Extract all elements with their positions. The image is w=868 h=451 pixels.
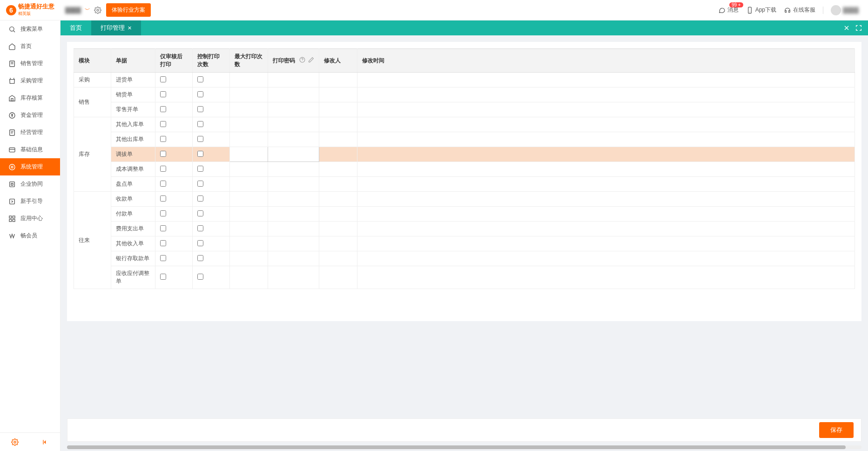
table-row[interactable]: 付款单 bbox=[74, 207, 855, 222]
messages-link[interactable]: 消息 99 + bbox=[718, 6, 739, 14]
edit-icon[interactable] bbox=[308, 57, 314, 64]
close-icon[interactable]: ✕ bbox=[128, 25, 132, 31]
cell-password[interactable] bbox=[268, 147, 319, 162]
checkbox[interactable] bbox=[160, 240, 166, 246]
checkbox[interactable] bbox=[160, 106, 166, 112]
cell-max-times[interactable] bbox=[230, 73, 268, 88]
table-row[interactable]: 销售销货单 bbox=[74, 88, 855, 102]
cell-max-times[interactable] bbox=[230, 266, 268, 289]
checkbox[interactable] bbox=[197, 181, 203, 187]
settings-icon[interactable] bbox=[11, 438, 19, 446]
sidebar-item-search-menu[interactable]: 搜索菜单 bbox=[0, 20, 60, 38]
sidebar-item-basic[interactable]: 基础信息 bbox=[0, 141, 60, 158]
checkbox[interactable] bbox=[197, 274, 203, 280]
checkbox[interactable] bbox=[160, 255, 166, 261]
checkbox[interactable] bbox=[160, 136, 166, 142]
app-download-link[interactable]: App下载 bbox=[746, 6, 776, 14]
checkbox[interactable] bbox=[160, 121, 166, 127]
cell-max-times[interactable] bbox=[230, 222, 268, 236]
checkbox[interactable] bbox=[197, 76, 203, 82]
table-row[interactable]: 盘点单 bbox=[74, 177, 855, 192]
cell-max-times[interactable] bbox=[230, 207, 268, 222]
cell-max-times[interactable] bbox=[230, 236, 268, 251]
cell-password[interactable] bbox=[268, 207, 319, 222]
sidebar-item-guide[interactable]: 新手引导 bbox=[0, 193, 60, 210]
online-service-link[interactable]: 在线客服 bbox=[784, 6, 815, 14]
cell-password[interactable] bbox=[268, 73, 319, 88]
checkbox[interactable] bbox=[197, 255, 203, 261]
table-row[interactable]: 成本调整单 bbox=[74, 162, 855, 177]
sidebar-item-purchase[interactable]: 采购管理 bbox=[0, 72, 60, 89]
checkbox[interactable] bbox=[160, 76, 166, 82]
gear-icon[interactable] bbox=[94, 7, 101, 14]
checkbox[interactable] bbox=[197, 136, 203, 142]
industry-solution-button[interactable]: 体验行业方案 bbox=[106, 3, 151, 17]
cell-password[interactable] bbox=[268, 192, 319, 207]
table-row[interactable]: 往来收款单 bbox=[74, 192, 855, 207]
cell-max-times[interactable] bbox=[230, 102, 268, 117]
table-row[interactable]: 费用支出单 bbox=[74, 222, 855, 236]
sidebar-item-home[interactable]: 首页 bbox=[0, 38, 60, 55]
checkbox[interactable] bbox=[197, 121, 203, 127]
help-icon[interactable] bbox=[299, 57, 305, 64]
checkbox[interactable] bbox=[160, 166, 166, 172]
cell-max-times[interactable] bbox=[230, 132, 268, 147]
cell-password[interactable] bbox=[268, 266, 319, 289]
collapse-icon[interactable] bbox=[41, 438, 49, 446]
sidebar-item-enterprise[interactable]: 企业协同 bbox=[0, 175, 60, 193]
cell-password[interactable] bbox=[268, 117, 319, 132]
fullscreen-icon[interactable] bbox=[855, 24, 862, 32]
sidebar-item-operation[interactable]: 经营管理 bbox=[0, 124, 60, 141]
cell-max-times[interactable] bbox=[230, 88, 268, 102]
checkbox[interactable] bbox=[160, 210, 166, 216]
table-row[interactable]: 采购进货单 bbox=[74, 73, 855, 88]
sidebar-item-inventory[interactable]: 库存核算 bbox=[0, 89, 60, 107]
cell-max-times[interactable] bbox=[230, 177, 268, 192]
tab-print-manage[interactable]: 打印管理✕ bbox=[91, 20, 141, 35]
close-all-tabs-icon[interactable] bbox=[843, 24, 850, 32]
checkbox[interactable] bbox=[160, 181, 166, 187]
table-row[interactable]: 银行存取款单 bbox=[74, 251, 855, 266]
sidebar-item-system[interactable]: 系统管理 bbox=[0, 158, 60, 175]
cell-password[interactable] bbox=[268, 236, 319, 251]
checkbox[interactable] bbox=[160, 151, 166, 157]
checkbox[interactable] bbox=[160, 91, 166, 97]
cell-max-times[interactable] bbox=[230, 251, 268, 266]
scrollbar-thumb[interactable] bbox=[67, 445, 846, 449]
checkbox[interactable] bbox=[160, 225, 166, 231]
sidebar-item-sales[interactable]: 销售管理 bbox=[0, 55, 60, 72]
cell-max-times[interactable] bbox=[230, 192, 268, 207]
checkbox[interactable] bbox=[197, 151, 203, 157]
checkbox[interactable] bbox=[160, 195, 166, 202]
cell-max-times[interactable] bbox=[230, 147, 268, 162]
brand-logo[interactable]: 6 畅捷通好生意 精英版 bbox=[0, 3, 61, 17]
cell-password[interactable] bbox=[268, 251, 319, 266]
user-menu[interactable]: ████ bbox=[831, 5, 859, 15]
cell-max-times[interactable] bbox=[230, 162, 268, 177]
cell-password[interactable] bbox=[268, 132, 319, 147]
checkbox[interactable] bbox=[197, 166, 203, 172]
cell-password[interactable] bbox=[268, 162, 319, 177]
table-row[interactable]: 其他收入单 bbox=[74, 236, 855, 251]
checkbox[interactable] bbox=[197, 106, 203, 112]
cell-max-times[interactable] bbox=[230, 117, 268, 132]
table-row[interactable]: 库存其他入库单 bbox=[74, 117, 855, 132]
checkbox[interactable] bbox=[197, 240, 203, 246]
cell-password[interactable] bbox=[268, 222, 319, 236]
sidebar-item-appcenter[interactable]: 应用中心 bbox=[0, 210, 60, 227]
company-selector[interactable]: ████ ﹀ bbox=[65, 6, 101, 14]
table-row[interactable]: 其他出库单 bbox=[74, 132, 855, 147]
tab-home[interactable]: 首页 bbox=[61, 20, 91, 35]
cell-password[interactable] bbox=[268, 102, 319, 117]
sidebar-item-finance[interactable]: 资金管理 bbox=[0, 107, 60, 124]
table-row[interactable]: 调拔单 bbox=[74, 147, 855, 162]
checkbox[interactable] bbox=[197, 91, 203, 97]
cell-password[interactable] bbox=[268, 177, 319, 192]
cell-password[interactable] bbox=[268, 88, 319, 102]
checkbox[interactable] bbox=[197, 225, 203, 231]
table-row[interactable]: 零售开单 bbox=[74, 102, 855, 117]
save-button[interactable]: 保存 bbox=[819, 422, 854, 438]
sidebar-item-vip[interactable]: 畅会员 bbox=[0, 227, 60, 244]
checkbox[interactable] bbox=[160, 274, 166, 280]
checkbox[interactable] bbox=[197, 195, 203, 202]
